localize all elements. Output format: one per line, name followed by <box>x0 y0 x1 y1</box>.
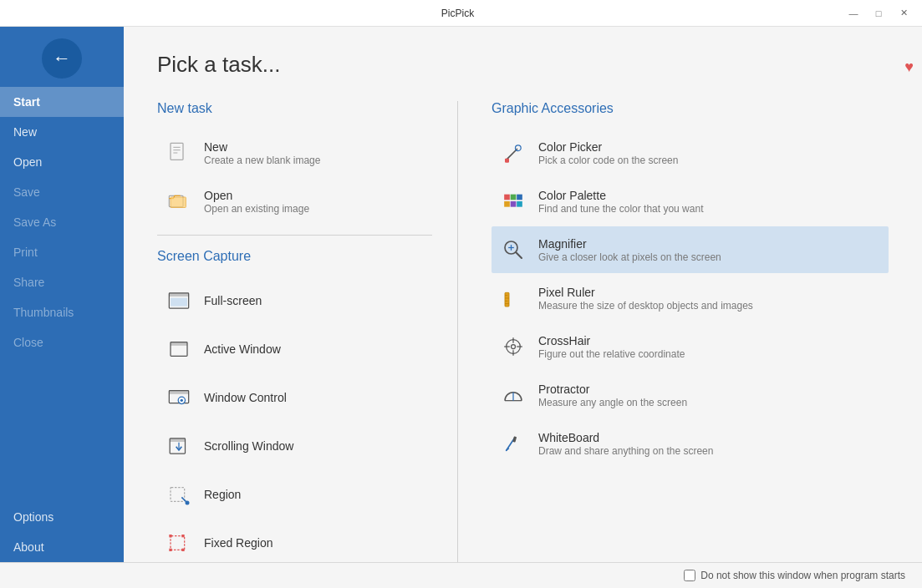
scrolling-window-text: Scrolling Window <box>204 439 293 453</box>
sidebar-item-open[interactable]: Open <box>0 147 124 177</box>
region-name: Region <box>204 488 241 501</box>
svg-rect-36 <box>504 201 510 207</box>
region-text: Region <box>204 488 241 501</box>
sidebar-item-print: Print <box>0 237 124 267</box>
task-magnifier[interactable]: Magnifier Give a closer look at pixels o… <box>492 226 889 273</box>
svg-point-14 <box>181 399 183 402</box>
task-region[interactable]: Region <box>157 471 432 518</box>
fixed-region-text: Fixed Region <box>204 536 273 550</box>
magnifier-icon <box>498 235 528 265</box>
protractor-name: Protractor <box>538 383 687 396</box>
task-window-control[interactable]: Window Control <box>157 374 432 421</box>
heart-icon[interactable]: ♥ <box>904 58 914 76</box>
new-task-desc: Create a new blank image <box>204 155 320 166</box>
minimize-button[interactable]: — <box>842 5 865 22</box>
whiteboard-desc: Draw and share anything on the screen <box>538 445 713 457</box>
left-column: New task New Create a new blank image <box>157 101 458 562</box>
columns-layout: New task New Create a new blank image <box>157 101 889 562</box>
task-full-screen[interactable]: Full-screen <box>157 277 432 324</box>
open-task-desc: Open an existing image <box>204 203 309 215</box>
task-pixel-ruler[interactable]: Pixel Ruler Measure the size of desktop … <box>492 275 889 322</box>
new-task-title: New task <box>157 101 432 116</box>
active-window-text: Active Window <box>204 342 281 356</box>
color-palette-icon <box>498 186 528 216</box>
close-button[interactable]: ✕ <box>892 5 915 22</box>
svg-rect-22 <box>169 535 171 537</box>
crosshair-icon <box>498 332 528 362</box>
protractor-desc: Measure any angle on the screen <box>538 397 687 408</box>
fixed-region-icon <box>164 528 194 558</box>
maximize-button[interactable]: □ <box>867 5 890 22</box>
sidebar-item-new[interactable]: New <box>0 117 124 147</box>
svg-rect-21 <box>171 536 185 550</box>
svg-rect-35 <box>517 195 522 200</box>
open-icon <box>164 186 194 216</box>
sidebar-item-close: Close <box>0 327 124 357</box>
task-color-picker[interactable]: Color Picker Pick a color code on the sc… <box>492 129 889 176</box>
scrolling-window-icon <box>164 431 194 461</box>
sidebar-item-save: Save <box>0 177 124 207</box>
color-palette-name: Color Palette <box>538 189 703 202</box>
svg-rect-24 <box>169 549 171 551</box>
section-divider <box>157 235 432 236</box>
task-color-palette[interactable]: Color Palette Find and tune the color th… <box>492 178 889 225</box>
svg-point-20 <box>186 501 190 505</box>
fixed-region-name: Fixed Region <box>204 536 273 550</box>
whiteboard-icon <box>498 428 528 459</box>
svg-rect-38 <box>517 201 522 207</box>
svg-rect-33 <box>504 195 510 200</box>
svg-rect-0 <box>171 143 183 160</box>
full-screen-name: Full-screen <box>204 294 262 307</box>
sidebar-item-save-as: Save As <box>0 207 124 237</box>
task-new[interactable]: New Create a new blank image <box>157 129 432 176</box>
task-active-window[interactable]: Active Window <box>157 326 432 373</box>
new-task-name: New <box>204 140 320 154</box>
window-title: PicPick <box>74 8 842 19</box>
svg-point-31 <box>516 145 522 151</box>
sidebar-item-thumbnails: Thumbnails <box>0 297 124 327</box>
task-open[interactable]: Open Open an existing image <box>157 178 432 225</box>
active-window-icon <box>164 334 194 364</box>
svg-rect-10 <box>171 342 187 346</box>
pixel-ruler-name: Pixel Ruler <box>538 286 753 299</box>
do-not-show-text: Do not show this window when program sta… <box>700 570 905 581</box>
svg-point-53 <box>512 345 516 349</box>
color-picker-icon <box>498 138 528 168</box>
window-control-text: Window Control <box>204 391 287 404</box>
sidebar-item-about[interactable]: About <box>0 532 124 562</box>
do-not-show-checkbox[interactable] <box>684 570 695 581</box>
sidebar-logo[interactable]: ← <box>42 38 82 79</box>
right-column: Graphic Accessories Color Picker Pick a … <box>458 101 889 562</box>
color-palette-desc: Find and tune the color that you want <box>538 203 703 215</box>
svg-rect-32 <box>505 159 509 163</box>
full-screen-text: Full-screen <box>204 294 262 307</box>
new-icon <box>164 138 194 168</box>
svg-line-30 <box>507 149 517 160</box>
protractor-text: Protractor Measure any angle on the scre… <box>538 383 687 408</box>
task-protractor[interactable]: Protractor Measure any angle on the scre… <box>492 372 889 418</box>
graphic-accessories-title: Graphic Accessories <box>492 101 889 116</box>
task-fixed-region[interactable]: Fixed Region <box>157 520 432 562</box>
window-controls: — □ ✕ <box>842 5 915 22</box>
pixel-ruler-icon <box>498 283 528 313</box>
svg-rect-34 <box>511 195 517 200</box>
svg-rect-37 <box>511 201 517 207</box>
open-task-name: Open <box>204 189 309 202</box>
new-task-text: New Create a new blank image <box>204 140 320 166</box>
sidebar-item-options[interactable]: Options <box>0 502 124 532</box>
region-icon <box>164 479 194 509</box>
color-palette-text: Color Palette Find and tune the color th… <box>538 189 703 215</box>
task-whiteboard[interactable]: WhiteBoard Draw and share anything on th… <box>492 420 889 467</box>
sidebar-item-start[interactable]: Start <box>0 87 124 117</box>
task-crosshair[interactable]: CrossHair Figure out the relative coordi… <box>492 323 889 370</box>
svg-rect-7 <box>169 293 188 297</box>
color-picker-desc: Pick a color code on the screen <box>538 155 678 166</box>
do-not-show-label[interactable]: Do not show this window when program sta… <box>684 570 905 581</box>
task-scrolling-window[interactable]: Scrolling Window <box>157 423 432 469</box>
svg-line-40 <box>516 252 522 258</box>
protractor-icon <box>498 380 528 410</box>
open-task-text: Open Open an existing image <box>204 189 309 215</box>
pixel-ruler-desc: Measure the size of desktop objects and … <box>538 300 753 312</box>
svg-rect-8 <box>171 298 187 307</box>
svg-rect-16 <box>170 438 185 442</box>
